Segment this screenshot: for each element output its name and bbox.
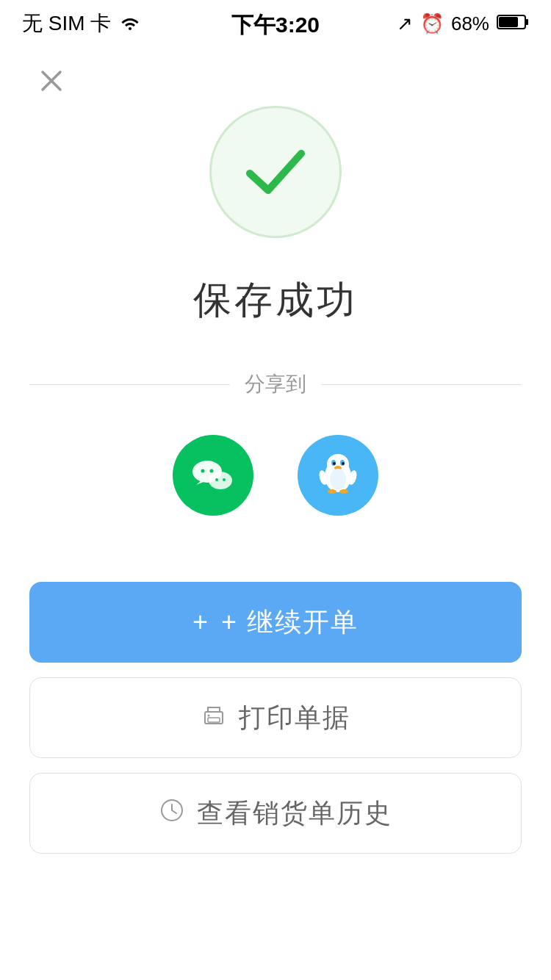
qq-share-button[interactable] [298,435,378,516]
svg-point-7 [201,469,205,473]
svg-rect-24 [208,718,220,722]
action-buttons: + + 继续开单 打印单据 查看销货单历 [0,582,551,854]
wifi-icon [120,12,140,35]
print-icon [201,702,227,735]
svg-point-9 [215,478,218,481]
location-icon: ↗ [397,12,413,35]
close-button[interactable] [29,59,73,103]
status-left: 无 SIM 卡 [22,10,140,37]
success-icon-circle [209,106,342,238]
status-time: 下午3:20 [231,10,320,40]
svg-point-25 [208,714,210,716]
svg-point-6 [209,472,232,489]
battery-icon [497,12,529,35]
continue-label: + 继续开单 [221,605,359,641]
print-label: 打印单据 [239,700,350,736]
share-icons-container [29,435,522,516]
share-label: 分享到 [245,370,306,398]
main-content: 保存成功 分享到 [0,47,551,854]
svg-point-18 [330,469,346,489]
svg-point-20 [339,489,348,494]
svg-point-8 [210,469,214,473]
status-bar: 无 SIM 卡 下午3:20 ↗ ⏰ 68% [0,0,551,47]
svg-rect-1 [525,19,528,25]
svg-point-10 [223,478,226,481]
status-right: ↗ ⏰ 68% [397,12,529,35]
success-title: 保存成功 [193,275,358,326]
print-button[interactable]: 打印单据 [29,677,522,758]
continue-plus-icon: + [192,607,209,638]
sim-status: 无 SIM 卡 [22,10,111,37]
history-label: 查看销货单历史 [197,796,392,832]
divider-line-right [321,384,522,385]
svg-rect-2 [499,17,518,27]
history-icon [159,797,185,830]
share-divider: 分享到 [29,370,522,398]
svg-point-19 [328,489,336,494]
battery-level: 68% [451,12,489,35]
continue-button[interactable]: + + 继续开单 [29,582,522,663]
svg-point-16 [342,462,345,465]
svg-point-15 [333,462,336,465]
history-button[interactable]: 查看销货单历史 [29,773,522,854]
divider-line-left [29,384,230,385]
share-section: 分享到 [0,370,551,516]
alarm-icon: ⏰ [420,12,444,35]
wechat-share-button[interactable] [173,435,253,516]
